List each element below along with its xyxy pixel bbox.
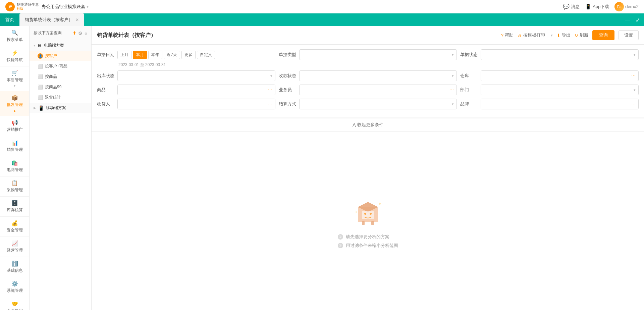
scheme-item-by-customer[interactable]: 👤 按客户 xyxy=(30,51,91,61)
product-dots-icon[interactable]: ··· xyxy=(268,87,272,93)
payment-status-select[interactable]: ▾ xyxy=(299,70,457,81)
page-header-actions: ? 帮助 🖨 按模板打印 ▾ ⬇ 导出 ↻ 刷新 查 xyxy=(501,30,639,40)
sidebar-item-sales-mgmt[interactable]: 📊 销售管理 xyxy=(0,136,29,156)
warehouse-select[interactable]: ··· xyxy=(481,70,639,81)
main-layout: 🔍 搜索菜单 ⚡ 快捷导航 🛒 零售管理 ▾ 📦 批发管理 ▴ 📢 营销推广 📊… xyxy=(0,26,644,310)
date-shortcuts: 上月 本月 本年 近7天 更多 自定义 xyxy=(117,51,215,59)
avatar: Ea xyxy=(614,2,624,11)
sidebar: 🔍 搜索菜单 ⚡ 快捷导航 🛒 零售管理 ▾ 📦 批发管理 ▴ 📢 营销推广 📊… xyxy=(0,26,30,310)
sidebar-item-enterprise[interactable]: 🤝 企业协同 xyxy=(0,297,29,310)
department-select[interactable]: ▾ xyxy=(481,85,639,95)
tab-home[interactable]: 首页 xyxy=(0,13,19,26)
department-filter-item: 部门 ▾ xyxy=(460,85,639,95)
sidebar-item-operations[interactable]: 📈 经营管理 xyxy=(0,237,29,257)
filter-section: 单据日期 上月 本月 本年 近7天 更多 自定义 单据类型 xyxy=(92,45,644,117)
logo-icon: 好 xyxy=(5,2,15,11)
tab-close-icon[interactable]: ✕ xyxy=(75,17,79,22)
header-right: 💬 消息 📱 App下载 Ea demo2 xyxy=(563,2,639,11)
warehouse-filter-item: 仓库 ··· xyxy=(460,70,639,81)
recipient-filter-item: 收货人 ··· xyxy=(97,99,275,109)
app-download-button[interactable]: 📱 App下载 xyxy=(585,4,609,10)
logo-text: 畅捷通好生意 标版 xyxy=(17,2,39,11)
scheme-item-by-product[interactable]: ⬜ 按商品 xyxy=(30,71,91,82)
recipient-dots-icon[interactable]: ··· xyxy=(268,101,272,107)
page-title: 销货单统计表（按客户） xyxy=(97,32,156,39)
empty-illustration xyxy=(348,194,388,227)
filter-row-4: 收货人 ··· 结算方式 ▾ 品牌 xyxy=(97,99,639,109)
left-panel: 按以下方案查询 + ⚙ « ▾ 🖥 电脑端方案 👤 按客户 ⬜ 按客户+商品 xyxy=(30,26,92,310)
out-status-filter-item: 出库状态 ▾ xyxy=(97,70,275,81)
date-btn-last-7[interactable]: 近7天 xyxy=(164,51,180,59)
salesperson-select[interactable]: ··· xyxy=(299,85,457,95)
help-button[interactable]: ? 帮助 xyxy=(501,32,514,38)
message-button[interactable]: 💬 消息 xyxy=(563,3,580,10)
brand-dots-icon[interactable]: ··· xyxy=(631,101,636,107)
collapse-more-button[interactable]: ⋀ 收起更多条件 xyxy=(92,118,644,131)
collapse-up-icon: ⋀ xyxy=(353,122,356,127)
sidebar-item-retail[interactable]: 🛒 零售管理 ▾ xyxy=(0,66,29,91)
refresh-button[interactable]: ↻ 刷新 xyxy=(575,32,588,38)
query-button[interactable]: 查询 xyxy=(592,30,614,40)
page-header: 销货单统计表（按客户） ? 帮助 🖨 按模板打印 ▾ ⬇ 导出 ↻ xyxy=(92,26,644,45)
sidebar-item-ecommerce[interactable]: 🛍️ 电商管理 xyxy=(0,156,29,176)
add-scheme-button[interactable]: + xyxy=(73,30,76,37)
desktop-group-header[interactable]: ▾ 🖥 电脑端方案 xyxy=(30,40,91,51)
tab-minimize-button[interactable]: — xyxy=(624,17,632,23)
date-btn-custom[interactable]: 自定义 xyxy=(197,51,215,59)
warehouse-dots-icon[interactable]: ··· xyxy=(631,73,636,79)
filter-row-2: 出库状态 ▾ 收款状态 ▾ 仓库 xyxy=(97,70,639,81)
export-button[interactable]: ⬇ 导出 xyxy=(557,32,571,38)
sidebar-item-finance[interactable]: 💰 资金管理 xyxy=(0,217,29,237)
date-btn-last-month[interactable]: 上月 xyxy=(117,51,131,59)
brand-select[interactable]: ··· xyxy=(481,99,639,109)
sidebar-item-inventory[interactable]: 🗄️ 库存核算 xyxy=(0,197,29,217)
user-profile[interactable]: Ea demo2 xyxy=(614,2,639,11)
chevron-down-icon-5: ▾ xyxy=(634,88,636,92)
operations-icon: 📈 xyxy=(11,240,18,247)
sidebar-item-wholesale[interactable]: 📦 批发管理 ▴ xyxy=(0,91,29,116)
scheme-item-by-customer-product[interactable]: ⬜ 按客户+商品 xyxy=(30,61,91,71)
out-status-select[interactable]: ▾ xyxy=(117,70,275,81)
settings-button[interactable]: 设置 xyxy=(619,30,639,40)
doc-type-label: 单据类型 xyxy=(279,52,297,58)
tab-sales-stats[interactable]: 销货单统计表（按客户） ✕ xyxy=(19,13,84,26)
sidebar-item-search[interactable]: 🔍 搜索菜单 xyxy=(0,26,29,46)
svg-point-5 xyxy=(379,203,381,205)
date-btn-this-month[interactable]: 本月 xyxy=(133,51,147,59)
sidebar-item-sys-mgmt[interactable]: ⚙️ 系统管理 xyxy=(0,277,29,297)
settlement-select[interactable]: ▾ xyxy=(299,99,457,109)
product-select[interactable]: ··· xyxy=(117,85,275,95)
left-panel-title: 按以下方案查询 xyxy=(34,30,62,36)
brand-label: 品牌 xyxy=(460,101,479,107)
enterprise-icon: 🤝 xyxy=(11,301,18,307)
svg-rect-8 xyxy=(371,221,374,225)
product-label: 商品 xyxy=(97,87,115,93)
chevron-down-icon-6: ▾ xyxy=(452,102,454,106)
salesperson-filter-item: 业务员 ··· xyxy=(279,85,457,95)
doc-status-select[interactable]: ▾ xyxy=(481,49,639,60)
product-filter-item: 商品 ··· xyxy=(97,85,275,95)
filter-row-1: 单据日期 上月 本月 本年 近7天 更多 自定义 单据类型 xyxy=(97,49,639,60)
sidebar-item-basic-info[interactable]: ℹ️ 基础信息 xyxy=(0,257,29,277)
doc-type-select[interactable]: ▾ xyxy=(299,49,457,60)
sidebar-item-purchase[interactable]: 📋 采购管理 xyxy=(0,176,29,197)
salesperson-dots-icon[interactable]: ··· xyxy=(449,87,454,93)
chevron-down-icon-3: ▾ xyxy=(270,74,272,78)
date-btn-more[interactable]: 更多 xyxy=(181,51,196,59)
empty-state: ① 请先选择要分析的方案 ② 用过滤条件来缩小分析范围 xyxy=(92,132,644,310)
mobile-group-header[interactable]: ▶ 📱 移动端方案 xyxy=(30,103,91,113)
tab-expand-button[interactable]: ⤢ xyxy=(634,17,641,23)
sidebar-item-quick-nav[interactable]: ⚡ 快捷导航 xyxy=(0,46,29,66)
out-status-label: 出库状态 xyxy=(97,73,115,79)
template-print-button[interactable]: 🖨 按模板打印 ▾ xyxy=(518,32,553,38)
app-selector[interactable]: 办公用品行业模拟账套 ▾ xyxy=(42,4,89,10)
filter-row-3: 商品 ··· 业务员 ··· 部门 xyxy=(97,85,639,95)
inventory-icon: 🗄️ xyxy=(11,200,18,206)
collapse-panel-button[interactable]: « xyxy=(85,31,87,36)
date-btn-this-year[interactable]: 本年 xyxy=(148,51,162,59)
scheme-item-by-product-99[interactable]: ⬜ 按商品99 xyxy=(30,82,91,92)
scheme-item-return-stats[interactable]: ⬜ 退货统计 xyxy=(30,92,91,103)
settings-scheme-button[interactable]: ⚙ xyxy=(78,31,83,36)
recipient-select[interactable]: ··· xyxy=(117,99,275,109)
sidebar-item-marketing[interactable]: 📢 营销推广 xyxy=(0,116,29,136)
